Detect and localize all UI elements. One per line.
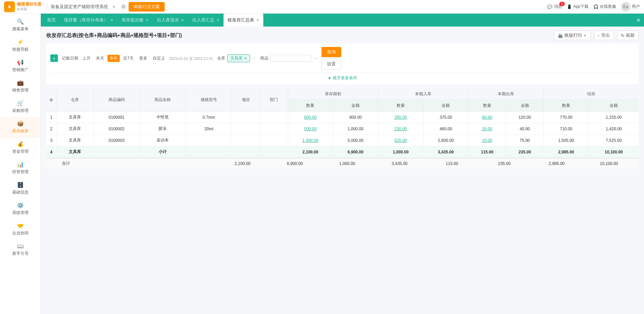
tab-home[interactable]: 首页 xyxy=(43,14,60,27)
sidebar-item-sales[interactable]: 💼 销售管理 xyxy=(0,76,40,97)
row-out-qty-link[interactable]: 15.00 xyxy=(482,138,492,143)
col-out-qty-header: 数量 xyxy=(468,100,506,112)
date-btn-this-year[interactable]: 本年 xyxy=(108,55,120,62)
row-in-qty[interactable]: 250.00 xyxy=(378,112,423,123)
trial-button[interactable]: 体验行业方案 xyxy=(129,2,165,12)
app-download-button[interactable]: 📱 App下载 xyxy=(567,4,589,10)
sidebar-item-finance[interactable]: 💰 资金管理 xyxy=(0,137,40,158)
row-out-qty[interactable]: 20.00 xyxy=(468,123,506,135)
system-title: 装备及固定资产辅助管理系统 xyxy=(47,4,108,10)
row-in-qty[interactable]: 520.00 xyxy=(378,135,423,146)
row-in-qty-link[interactable]: 230.00 xyxy=(394,127,407,131)
row-closing-qty: 770.00 xyxy=(544,112,589,123)
tab-stock-dist[interactable]: 现存量（库存分布表） ✕ xyxy=(60,14,117,27)
row-out-qty-link[interactable]: 80.00 xyxy=(482,115,492,120)
sidebar-item-system[interactable]: ⚙️ 系统管理 xyxy=(0,199,40,219)
tab-close-rfs[interactable]: ✕ xyxy=(256,18,259,22)
messages-button[interactable]: 💬 消息 6 xyxy=(547,4,562,10)
row-out-qty-link[interactable]: 20.00 xyxy=(482,127,492,131)
row-out-qty[interactable]: 115.00 xyxy=(468,146,506,158)
row-dept xyxy=(260,112,288,123)
date-btn-this-month[interactable]: 本月 xyxy=(94,55,106,62)
date-btn-7days[interactable]: 近7天 xyxy=(121,55,136,62)
row-opening-qty-link[interactable]: 600.00 xyxy=(304,115,317,120)
tab-rfs[interactable]: 收发存汇总表 ✕ xyxy=(224,14,263,27)
phone-icon: 📱 xyxy=(567,4,572,9)
refresh-button[interactable]: ↻ 刷新 xyxy=(617,31,639,40)
query-btn-area: 查询 设置 xyxy=(321,47,341,69)
table-header-row-1: ⚙ 仓库 商品编码 商品名称 规格型号 项目 部门 库存期初 本期入库 本期出 xyxy=(46,88,639,100)
sidebar-item-collab[interactable]: 🤝 企业协同 xyxy=(0,219,40,239)
row-opening-amt: 900.00 xyxy=(333,112,378,123)
query-button[interactable]: 查询 xyxy=(321,47,341,57)
col-settings-header[interactable]: ⚙ xyxy=(46,88,56,112)
row-out-qty[interactable]: 80.00 xyxy=(468,112,506,123)
filter-warehouse-group: 仓库 文具库 ✕ ··· xyxy=(217,54,256,62)
sidebar-item-purchase[interactable]: 🛒 采购管理 xyxy=(0,97,40,117)
sidebar-item-guide[interactable]: 📖 新手引导 xyxy=(0,239,40,260)
export-button[interactable]: ↑ 导出 xyxy=(594,31,614,40)
tab-flow[interactable]: 出入库流水 ✕ xyxy=(153,14,188,27)
tab-close-stock-dist[interactable]: ✕ xyxy=(110,18,113,22)
sidebar-item-operations[interactable]: 📊 经营管理 xyxy=(0,158,40,178)
row-opening-qty-link[interactable]: 1,000.00 xyxy=(302,138,318,143)
row-in-qty[interactable]: 1,000.00 xyxy=(378,146,423,158)
tab-close-batch[interactable]: ✕ xyxy=(146,18,149,22)
tab-bar: 首页 现存量（库存分布表） ✕ 库存批次账 ✕ 出入库流水 ✕ 出入库汇总 ✕ xyxy=(41,14,644,27)
row-opening-qty[interactable]: 600.00 xyxy=(288,112,333,123)
col-warehouse-header: 仓库 xyxy=(56,88,94,112)
sidebar-item-inventory[interactable]: 📦 库存核算 xyxy=(0,117,40,137)
briefcase-icon: 💼 xyxy=(17,80,24,86)
sidebar-item-marketing[interactable]: 📢 营销推广 xyxy=(0,56,40,76)
sidebar-label-marketing: 营销推广 xyxy=(12,67,29,73)
goods-ellipsis[interactable]: ··· xyxy=(313,55,317,61)
settings-gear-icon[interactable]: ⚙ xyxy=(49,98,53,102)
print-button[interactable]: 🖨️ 换版打印 ▼ xyxy=(554,31,591,40)
row-in-qty-link[interactable]: 520.00 xyxy=(394,138,407,143)
date-btn-more[interactable]: 更多 xyxy=(137,55,149,62)
row-opening-qty-link[interactable]: 500.00 xyxy=(304,127,317,131)
user-menu[interactable]: Ea 用户 xyxy=(621,2,640,12)
row-in-qty[interactable]: 230.00 xyxy=(378,123,423,135)
header-actions: 🖨️ 换版打印 ▼ ↑ 导出 ↻ 刷新 xyxy=(554,31,639,40)
total-out-qty: 115.00 xyxy=(426,161,478,166)
tab-close-flow[interactable]: ✕ xyxy=(181,18,184,22)
row-in-qty-link[interactable]: 250.00 xyxy=(394,115,407,120)
goods-input[interactable] xyxy=(270,55,311,62)
sidebar-item-quicknav[interactable]: ⚡ 快捷导航 xyxy=(0,35,40,56)
row-name: 采访本 xyxy=(139,135,186,146)
total-in-qty: 1,000.00 xyxy=(321,161,374,166)
date-btn-custom[interactable]: 自定义 xyxy=(151,55,167,62)
tab-summary[interactable]: 出入库汇总 ✕ xyxy=(188,14,224,27)
sidebar: 🔍 搜索菜单 ⚡ 快捷导航 📢 营销推广 💼 销售管理 🛒 采购管理 📦 xyxy=(0,14,41,314)
goods-search-input[interactable] xyxy=(274,56,308,61)
table-row: 2文具库0100002胶水20ml500.001,000.00230.00460… xyxy=(46,123,639,135)
expand-more-button[interactable]: ▼ 展开更多条件 xyxy=(50,75,634,81)
sidebar-item-search[interactable]: 🔍 搜索菜单 xyxy=(0,15,40,35)
row-name: 中性笔 xyxy=(139,112,186,123)
warehouse-ellipsis[interactable]: ··· xyxy=(252,55,256,61)
tab-batch[interactable]: 库存批次账 ✕ xyxy=(117,14,153,27)
col-opening-amt-header: 金额 xyxy=(333,100,378,112)
row-opening-amt: 5,000.00 xyxy=(333,135,378,146)
print-dropdown-icon[interactable]: ▼ xyxy=(583,34,587,37)
tab-close-summary[interactable]: ✕ xyxy=(216,18,219,22)
online-service-button[interactable]: 🎧 在线客服 xyxy=(593,4,616,10)
row-opening-qty[interactable]: 2,100.00 xyxy=(288,146,333,158)
table-row: 3文具库0100003采访本1,000.005,000.00520.002,60… xyxy=(46,135,639,146)
settings-icon[interactable]: ⚙ xyxy=(121,3,126,10)
row-opening-qty[interactable]: 500.00 xyxy=(288,123,333,135)
date-btn-last-month[interactable]: 上月 xyxy=(80,55,93,62)
settings-button[interactable]: 设置 xyxy=(321,59,341,69)
warehouse-tag-close[interactable]: ✕ xyxy=(244,56,247,61)
filter-date-group: 记账日期 上月 本月 本年 近7天 更多 自定义 2023-01-01 至 20… xyxy=(62,55,213,62)
megaphone-icon: 📢 xyxy=(17,59,24,66)
warehouse-label: 仓库 xyxy=(217,55,225,61)
row-opening-qty[interactable]: 1,000.00 xyxy=(288,135,333,146)
tab-bar-close-icon[interactable]: ✕ xyxy=(636,17,641,23)
row-out-qty[interactable]: 15.00 xyxy=(468,135,506,146)
row-closing-amt: 10,100.00 xyxy=(589,146,639,158)
system-dropdown-icon[interactable]: ▼ xyxy=(112,5,116,9)
sidebar-item-basics[interactable]: 🗄️ 基础信息 xyxy=(0,178,40,199)
filter-expand-button[interactable]: » xyxy=(50,54,58,62)
